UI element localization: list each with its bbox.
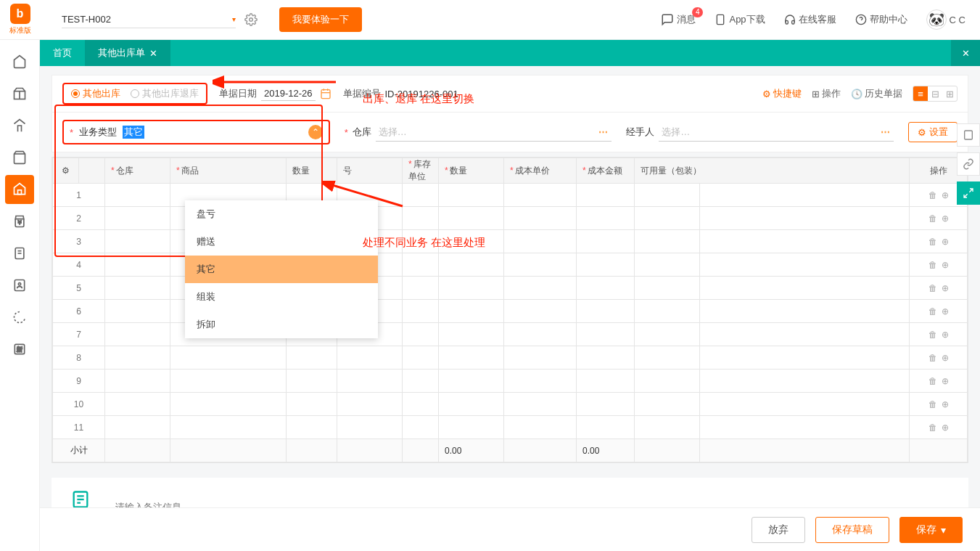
logo-text: 标准版 (9, 25, 31, 36)
top-right: 消息 4 App下载 在线客服 帮助中心 🐼 C C (661, 9, 965, 30)
org-name: TEST-H002 (62, 14, 111, 25)
customer-service-link[interactable]: 在线客服 (784, 13, 836, 26)
svg-point-0 (250, 18, 253, 22)
avatar-icon: 🐼 (926, 9, 947, 30)
messages-link[interactable]: 消息 4 (661, 13, 696, 26)
user-menu[interactable]: 🐼 C C (926, 9, 965, 30)
svg-rect-1 (717, 15, 724, 24)
chevron-down-icon: ▾ (232, 15, 236, 23)
help-link[interactable]: 帮助中心 (855, 13, 907, 26)
logo-icon: b (10, 4, 30, 24)
org-selector[interactable]: TEST-H002 ▾ (62, 11, 236, 28)
try-button[interactable]: 我要体验一下 (279, 7, 362, 32)
org-settings-icon[interactable] (244, 13, 258, 26)
messages-badge: 4 (692, 7, 704, 17)
top-header: b 标准版 TEST-H002 ▾ 我要体验一下 消息 4 App下载 在线客服… (0, 0, 980, 40)
logo[interactable]: b 标准版 (0, 0, 40, 40)
app-download-link[interactable]: App下载 (715, 13, 765, 26)
